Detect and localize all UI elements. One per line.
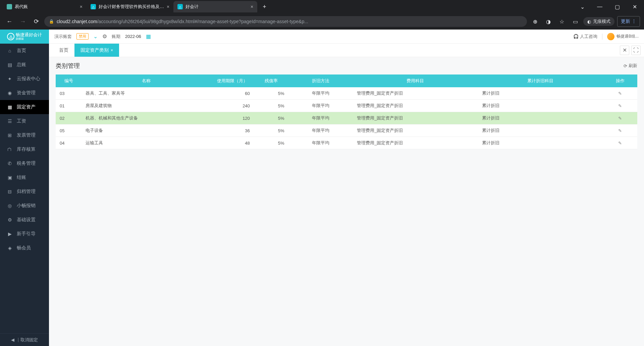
tab-close-icon[interactable]: × xyxy=(167,4,169,9)
account-dropdown[interactable]: ⌄ xyxy=(93,33,98,40)
assets-icon: ▦ xyxy=(7,104,13,110)
avatar xyxy=(607,33,614,40)
close-icon[interactable]: ✕ xyxy=(627,0,643,13)
table-row[interactable]: 01 房屋及建筑物 240 5% 年限平均 管理费用_固定资产折旧 累计折旧 ✎ xyxy=(56,100,637,112)
account-name[interactable]: 演示账套 xyxy=(54,34,72,40)
table-row[interactable]: 02 机器、机械和其他生产设备 120 5% 年限平均 管理费用_固定资产折旧 … xyxy=(56,112,637,125)
close-period-icon: ▣ xyxy=(7,175,13,181)
tab-close-icon[interactable]: × xyxy=(111,48,113,53)
cell-rate: 5% xyxy=(254,137,288,149)
cell-name: 机器、机械和其他生产设备 xyxy=(82,112,211,125)
user-menu[interactable]: 畅捷通B组... xyxy=(607,33,639,40)
table-row[interactable]: 03 器具、工具、家具等 60 5% 年限平均 管理费用_固定资产折旧 累计折旧… xyxy=(56,87,637,100)
new-tab-button[interactable]: + xyxy=(260,2,269,12)
back-button[interactable]: ← xyxy=(4,16,15,27)
cell-months: 36 xyxy=(211,125,254,137)
cell-action: ✎ xyxy=(603,87,637,100)
sidebar-item-reports[interactable]: ✦云报表中心 xyxy=(0,72,49,86)
url-input[interactable]: 🔒 cloud2.chanjet.com/accounting/uh26t264… xyxy=(44,16,527,27)
cell-rate: 5% xyxy=(254,125,288,137)
cell-code: 01 xyxy=(56,100,82,112)
sidebar-item-member[interactable]: ◈畅会员 xyxy=(0,241,49,255)
extensions-icon[interactable]: ◑ xyxy=(543,16,554,27)
th-action[interactable]: 操作 xyxy=(603,75,637,87)
browser-tab-1[interactable]: △ 好会计财务管理软件购买价格及… × xyxy=(87,1,173,12)
reading-list-icon[interactable]: ▭ xyxy=(570,16,581,27)
sidebar-item-inventory[interactable]: ⛫库存核算 xyxy=(0,142,49,156)
cell-action: ✎ xyxy=(603,137,637,149)
main: 演示账套 禁用 ⌄ ⚙ 账期 2022-06 ▦ 🎧 人工咨询 畅捷通B组... xyxy=(49,30,644,346)
chevron-down-icon[interactable]: ⌄ xyxy=(574,0,590,13)
th-code[interactable]: 编号 xyxy=(56,75,82,87)
cell-code: 02 xyxy=(56,112,82,125)
sidebar-item-ledger[interactable]: ▤总账 xyxy=(0,58,49,72)
table-row[interactable]: 04 运输工具 48 5% 年限平均 管理费用_固定资产折旧 累计折旧 ✎ xyxy=(56,137,637,149)
period-value[interactable]: 2022-06 xyxy=(125,34,141,39)
table-row[interactable]: 05 电子设备 36 5% 年限平均 管理费用_固定资产折旧 累计折旧 ✎ xyxy=(56,125,637,137)
tab-close-icon[interactable]: × xyxy=(80,4,83,9)
edit-icon[interactable]: ✎ xyxy=(618,141,622,146)
cell-name: 电子设备 xyxy=(82,125,211,137)
tab-title: 好会计财务管理软件购买价格及… xyxy=(99,4,164,10)
th-accum[interactable]: 累计折旧科目 xyxy=(478,75,603,87)
th-rate[interactable]: 残值率 xyxy=(254,75,288,87)
cell-expense: 管理费用_固定资产折旧 xyxy=(353,137,478,149)
close-all-tabs-button[interactable]: ✕ xyxy=(620,46,629,55)
inventory-icon: ⛫ xyxy=(7,146,13,152)
forward-button[interactable]: → xyxy=(17,16,28,27)
update-button[interactable]: 更新 ⋮ xyxy=(617,16,640,27)
calendar-icon[interactable]: ▦ xyxy=(146,33,151,40)
sidebar-item-close[interactable]: ▣结账 xyxy=(0,170,49,185)
cell-expense: 管理费用_固定资产折旧 xyxy=(353,112,478,125)
sidebar-item-tax[interactable]: ✆税务管理 xyxy=(0,156,49,170)
sidebar-item-home[interactable]: ⌂首页 xyxy=(0,44,49,58)
tax-icon: ✆ xyxy=(7,160,13,166)
browser-tab-2[interactable]: △ 好会计 × xyxy=(173,1,257,12)
sidebar-item-invoice[interactable]: ⊞发票管理 xyxy=(0,128,49,142)
browser-tab-0[interactable]: 易代账 × xyxy=(3,1,87,12)
edit-icon[interactable]: ✎ xyxy=(618,91,622,96)
reload-button[interactable]: ⟳ xyxy=(31,16,42,27)
fullscreen-button[interactable]: ⛶ xyxy=(631,46,641,55)
sidebar-item-guide[interactable]: ▶新手引导 xyxy=(0,227,49,241)
tab-home[interactable]: 首页 xyxy=(53,44,74,57)
minimize-icon[interactable]: — xyxy=(592,0,608,13)
sidebar-item-funds[interactable]: ◉资金管理 xyxy=(0,86,49,100)
settings-gear-icon[interactable]: ⚙ xyxy=(102,33,107,40)
th-months[interactable]: 使用期限（月） xyxy=(211,75,254,87)
zoom-icon[interactable]: ⊕ xyxy=(530,16,540,27)
incognito-badge[interactable]: ◐ 无痕模式 xyxy=(583,17,614,26)
refresh-button[interactable]: ⟳ 刷新 xyxy=(624,63,637,69)
sidebar-item-salary[interactable]: ☰工资 xyxy=(0,114,49,128)
sidebar-item-settings[interactable]: ⚙基础设置 xyxy=(0,213,49,227)
th-expense[interactable]: 费用科目 xyxy=(353,75,478,87)
consult-button[interactable]: 🎧 人工咨询 xyxy=(573,34,597,40)
cell-name: 运输工具 xyxy=(82,137,211,149)
cell-method: 年限平均 xyxy=(288,112,353,125)
sidebar-item-fixed-assets[interactable]: ▦固定资产 xyxy=(0,100,49,114)
archive-icon: ⊟ xyxy=(7,189,13,195)
chart-icon: ✦ xyxy=(7,76,13,82)
th-name[interactable]: 名称 xyxy=(82,75,211,87)
edit-icon[interactable]: ✎ xyxy=(618,103,622,108)
bookmark-icon[interactable]: ☆ xyxy=(556,16,567,27)
page-title: 类别管理 xyxy=(56,62,80,70)
sidebar-item-expense[interactable]: ◎小畅报销 xyxy=(0,199,49,213)
edit-icon[interactable]: ✎ xyxy=(618,116,622,121)
tab-close-icon[interactable]: × xyxy=(251,4,253,9)
sidebar-pin-toggle[interactable]: ◀⎹ 取消固定 xyxy=(0,333,49,346)
brand-logo[interactable]: △ 畅捷通好会计 旗舰版 xyxy=(0,30,49,44)
play-icon: ▶ xyxy=(7,231,13,237)
period-label: 账期 xyxy=(112,34,120,40)
th-method[interactable]: 折旧方法 xyxy=(288,75,353,87)
table-header-row: 编号 名称 使用期限（月） 残值率 折旧方法 费用科目 累计折旧科目 操作 xyxy=(56,75,637,87)
gear-icon: ⚙ xyxy=(7,217,13,223)
window-controls: ⌄ — ▢ ✕ xyxy=(574,0,644,13)
maximize-icon[interactable]: ▢ xyxy=(609,0,625,13)
cell-months: 240 xyxy=(211,100,254,112)
cell-action: ✎ xyxy=(603,112,637,125)
tab-asset-type[interactable]: 固定资产类别 × xyxy=(74,44,119,57)
sidebar-item-archive[interactable]: ⊟归档管理 xyxy=(0,185,49,199)
home-icon: ⌂ xyxy=(7,48,13,54)
edit-icon[interactable]: ✎ xyxy=(618,128,622,133)
